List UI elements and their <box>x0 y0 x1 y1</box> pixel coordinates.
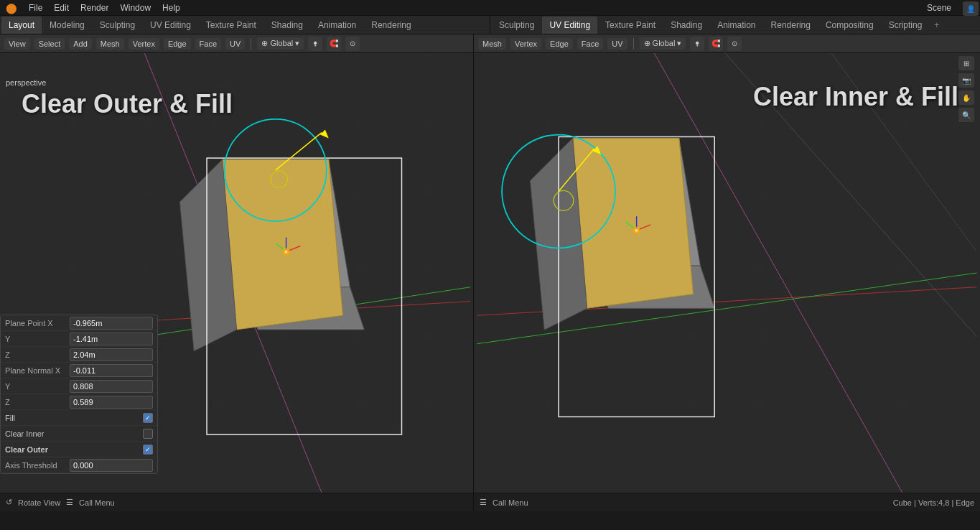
vp-left-view-btn[interactable]: View <box>4 38 30 50</box>
cube-info: Cube | Verts:4,8 | Edge <box>893 498 974 507</box>
perspective-label: perspective <box>6 78 46 87</box>
tab-animation-left[interactable]: Animation <box>311 17 363 34</box>
left-workspace-tabs: Layout Modeling Sculpting UV Editing Tex… <box>0 16 490 34</box>
vp-left-vertex-btn[interactable]: Vertex <box>129 38 159 50</box>
vp-left-edge-btn[interactable]: Edge <box>164 38 191 50</box>
plane-point-z-value[interactable]: 2.04m <box>70 348 153 361</box>
tab-layout[interactable]: Layout <box>1 17 42 34</box>
vp-right-pivot-icon[interactable]: ⧭ <box>690 37 704 51</box>
plane-point-x-value[interactable]: -0.965m <box>70 317 153 330</box>
axis-threshold-value[interactable]: 0.000 <box>70 459 153 472</box>
tab-sculpting-right[interactable]: Sculpting <box>492 17 541 34</box>
svg-rect-29 <box>477 53 977 493</box>
tab-texture-paint-left[interactable]: Texture Paint <box>199 17 263 34</box>
fill-label: Fill <box>5 414 139 422</box>
vp-right-vertex-btn[interactable]: Vertex <box>510 38 541 50</box>
vp-right-svg <box>474 53 980 493</box>
svg-line-42 <box>477 273 977 344</box>
tab-uv-editing-left[interactable]: UV Editing <box>143 17 198 34</box>
clear-outer-checkbox[interactable] <box>143 445 153 455</box>
vp-left-uv-btn[interactable]: UV <box>225 38 245 50</box>
tab-modeling[interactable]: Modeling <box>42 17 92 34</box>
call-menu-label-right: Call Menu <box>493 498 528 507</box>
menu-help[interactable]: Help <box>159 1 183 14</box>
vp-right-uv-btn[interactable]: UV <box>607 38 627 50</box>
nz-label: Z <box>5 398 70 406</box>
fill-checkbox[interactable] <box>143 413 153 423</box>
tab-rendering-right[interactable]: Rendering <box>764 17 818 34</box>
svg-line-44 <box>725 53 976 337</box>
svg-point-25 <box>225 119 327 221</box>
svg-line-57 <box>559 149 594 191</box>
plane-point-x-row: Plane Point X -0.965m <box>1 315 157 331</box>
grid-icon[interactable]: ⊞ <box>958 56 974 70</box>
svg-line-41 <box>477 287 977 315</box>
svg-marker-48 <box>573 138 694 308</box>
tab-rendering-left[interactable]: Rendering <box>364 17 418 34</box>
fill-row: Fill <box>1 410 157 426</box>
tab-shading-left[interactable]: Shading <box>264 17 310 34</box>
plane-point-z-row: Z 2.04m <box>1 347 157 363</box>
vp-right-options-icon[interactable]: ⊙ <box>727 37 742 51</box>
plane-normal-x-value[interactable]: -0.011 <box>70 364 153 377</box>
vp-right-face-btn[interactable]: Face <box>577 38 603 50</box>
plane-point-y-value[interactable]: -1.41m <box>70 333 153 345</box>
viewport-right: Mesh Vertex Edge Face UV ⊕ Global ▾ ⧭ 🧲 … <box>474 34 980 511</box>
menu-window[interactable]: Window <box>117 1 154 14</box>
separator-1 <box>251 38 251 50</box>
vp-right-snap-icon[interactable]: 🧲 <box>709 37 723 51</box>
plane-point-y-row: Y -1.41m <box>1 331 157 347</box>
clear-inner-checkbox[interactable] <box>143 429 153 439</box>
svg-marker-17 <box>223 159 343 330</box>
clear-inner-label: Clear Inner <box>5 429 139 438</box>
menu-file[interactable]: File <box>26 1 45 14</box>
tab-sculpting-left[interactable]: Sculpting <box>93 17 142 34</box>
vp-left-face-btn[interactable]: Face <box>195 38 221 50</box>
vp-right-mesh-btn[interactable]: Mesh <box>478 38 506 50</box>
svg-line-43 <box>654 53 902 493</box>
menu-edit[interactable]: Edit <box>51 1 72 14</box>
tab-shading-right[interactable]: Shading <box>663 17 709 34</box>
top-bar: ⬤ File Edit Render Window Help Scene 👤 <box>0 0 980 16</box>
vp-left-mesh-btn[interactable]: Mesh <box>96 38 124 50</box>
svg-point-53 <box>633 227 640 234</box>
svg-point-56 <box>502 135 615 248</box>
plane-normal-x-row: Plane Normal X -0.011 <box>1 363 157 378</box>
vp-left-add-btn[interactable]: Add <box>69 38 92 50</box>
svg-line-45 <box>831 53 976 251</box>
vp-left-toolbar: View Select Add Mesh Vertex Edge Face UV… <box>0 34 473 53</box>
menu-render[interactable]: Render <box>78 1 111 14</box>
vp-left-pivot-icon[interactable]: ⧭ <box>308 37 322 51</box>
svg-marker-18 <box>180 159 237 351</box>
axis-threshold-row: Axis Threshold 0.000 <box>1 457 157 473</box>
user-icon[interactable]: 👤 <box>963 1 979 16</box>
vp-left-transform-btn[interactable]: ⊕ Global ▾ <box>257 37 304 50</box>
tab-compositing[interactable]: Compositing <box>818 17 881 34</box>
clear-outer-fill-label: Clear Outer & Fill <box>22 89 233 119</box>
vp-right-edge-btn[interactable]: Edge <box>546 38 573 50</box>
add-workspace-tab[interactable]: + <box>930 19 943 32</box>
vp-right-transform-btn[interactable]: ⊕ Global ▾ <box>640 37 686 50</box>
call-menu-label-left: Call Menu <box>79 498 115 507</box>
tab-texture-paint-right[interactable]: Texture Paint <box>598 17 663 34</box>
tab-scripting[interactable]: Scripting <box>882 17 930 34</box>
rotate-view-icon: ↺ <box>6 498 12 507</box>
y-label: Y <box>5 335 70 343</box>
plane-normal-z-value[interactable]: 0.589 <box>70 396 153 409</box>
statusbar-left: ↺ Rotate View ☰ Call Menu <box>0 493 473 511</box>
svg-point-59 <box>554 190 574 210</box>
svg-point-54 <box>635 229 638 232</box>
vp-left-snap-icon[interactable]: 🧲 <box>327 37 341 51</box>
hand-icon[interactable]: ✋ <box>958 90 974 105</box>
svg-line-20 <box>276 243 286 252</box>
z-label: Z <box>5 350 70 359</box>
ny-label: Y <box>5 382 70 391</box>
camera-icon[interactable]: 📷 <box>958 73 974 88</box>
vp-left-select-btn[interactable]: Select <box>34 38 65 50</box>
blender-logo: ⬤ <box>6 2 17 14</box>
plane-normal-y-value[interactable]: 0.808 <box>70 380 153 393</box>
zoom-icon[interactable]: 🔍 <box>958 108 974 122</box>
vp-left-options-icon[interactable]: ⊙ <box>345 37 360 51</box>
tab-uv-editing-right[interactable]: UV Editing <box>542 17 597 34</box>
tab-animation-right[interactable]: Animation <box>710 17 762 34</box>
